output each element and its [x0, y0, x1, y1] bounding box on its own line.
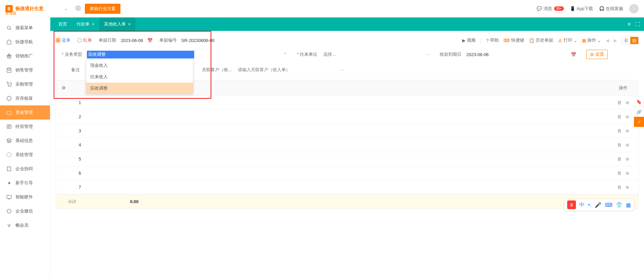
tab-other-income[interactable]: 其他收入单✕ — [99, 17, 136, 31]
chevron-down-icon: ⌄ — [597, 38, 601, 43]
trial-button[interactable]: 体验行业方案 — [85, 4, 120, 14]
copy-icon[interactable]: ⊕ — [626, 128, 629, 133]
sidebar-item-business[interactable]: 经营管理 — [0, 120, 50, 134]
messages-link[interactable]: 💬 消息 99+ — [537, 6, 564, 12]
sidebar-item-wecom[interactable]: 企业微信 — [0, 204, 50, 218]
delete-icon[interactable]: 🗑 — [617, 142, 622, 147]
delete-icon[interactable]: 🗑 — [617, 114, 622, 119]
date-label: 单据日期 — [99, 37, 116, 43]
sidebar-item-quicknav[interactable]: 快捷导航 — [0, 35, 50, 49]
sidebar-item-coop[interactable]: 企业协同 — [0, 162, 50, 176]
box-icon — [6, 95, 12, 101]
prev-icon[interactable]: ◀ — [606, 38, 609, 43]
print-icon: 🖨 — [558, 38, 562, 43]
company-dropdown[interactable]: ⌄ — [59, 5, 71, 12]
tab-payment[interactable]: 付款单✕ — [72, 17, 99, 31]
copy-icon[interactable]: ⊕ — [626, 185, 629, 190]
side-tools: 🔖 🔗 ⤢ — [634, 97, 644, 127]
help-link[interactable]: ?帮助 — [486, 37, 499, 43]
date-value[interactable]: 2023-06-06 — [121, 38, 143, 43]
due-value[interactable]: 2023-06-06 — [466, 52, 567, 57]
delete-icon[interactable]: 🗑 — [617, 156, 622, 161]
ime-mic-icon[interactable]: 🎤 — [595, 202, 601, 208]
expand-tool[interactable]: ⤢ — [634, 117, 644, 127]
sidebar-item-sales[interactable]: 销售管理 — [0, 63, 50, 77]
settings-icon — [6, 152, 12, 158]
sidebar-item-marketing[interactable]: 营销推广 — [0, 49, 50, 63]
svg-rect-8 — [7, 167, 11, 171]
print-link[interactable]: 🖨打印⌄ — [558, 37, 577, 43]
biz-type-input[interactable]: 应收调整 — [87, 51, 194, 58]
sidebar-item-stock[interactable]: 库存核算 — [0, 91, 50, 105]
tab-home[interactable]: 首页 — [54, 17, 72, 31]
app-download-link[interactable]: 📱App下载 — [570, 6, 593, 12]
table-row[interactable]: 1🗑⊕ — [56, 96, 638, 110]
dropdown-option-ar[interactable]: 往来收入 — [86, 71, 193, 83]
sidebar-item-system[interactable]: 系统管理 — [0, 148, 50, 162]
more-icon[interactable]: ⋯ — [425, 52, 430, 57]
copy-icon[interactable]: ⊕ — [626, 100, 629, 105]
ops-link[interactable]: ▦操作⌄ — [582, 37, 601, 43]
next-icon[interactable]: ▶ — [614, 38, 617, 43]
brand-name: 畅捷通好生意 — [15, 6, 44, 12]
sidebar-item-basic[interactable]: 基础信息 — [0, 134, 50, 148]
brand-edition: 标准版 — [5, 11, 16, 16]
sidebar-item-funds[interactable]: 资金管理 — [0, 105, 50, 120]
partner-input[interactable] — [322, 50, 429, 58]
delete-icon[interactable]: 🗑 — [617, 100, 622, 105]
copy-icon[interactable]: ⊕ — [626, 142, 629, 147]
radio-blue[interactable]: 蓝单 — [56, 37, 70, 43]
calendar-icon[interactable]: 📅 — [571, 52, 576, 57]
subtotal-row: 小计 0.00 — [56, 194, 638, 208]
table-settings-icon[interactable]: ⚙ — [56, 85, 71, 90]
copy-icon[interactable]: ⊕ — [626, 114, 629, 119]
ime-skin-icon[interactable]: 👕 — [616, 202, 623, 208]
table-row[interactable]: 4🗑⊕ — [56, 138, 638, 152]
sidebar-item-hardware[interactable]: 智能硬件 — [0, 190, 50, 204]
ime-punct-icon[interactable]: •, — [588, 202, 591, 208]
tab-close-all-icon[interactable]: ✕ — [627, 21, 631, 27]
settings-button[interactable]: ⚙设置 — [586, 50, 608, 59]
assoc-input[interactable] — [236, 66, 344, 74]
video-link[interactable]: ▶视频 — [462, 37, 476, 43]
ime-grid-icon[interactable]: ▦ — [626, 202, 631, 208]
sogou-icon[interactable]: S — [567, 200, 576, 209]
view-list[interactable]: ☰ — [622, 37, 630, 44]
expand-icon[interactable]: ⛶ — [635, 21, 640, 27]
link-tool[interactable]: 🔗 — [634, 107, 644, 117]
copy-icon[interactable]: ⊕ — [626, 156, 629, 161]
table-row[interactable]: 2🗑⊕ — [56, 110, 638, 124]
messages-badge: 99+ — [554, 6, 564, 11]
search-icon — [6, 25, 12, 31]
table-row[interactable]: 6🗑⊕ — [56, 166, 638, 180]
dropdown-option-adjust[interactable]: 应收调整 — [86, 83, 193, 94]
close-icon[interactable]: ✕ — [128, 22, 131, 27]
chevron-down-icon: ⌄ — [574, 38, 577, 43]
delete-icon[interactable]: 🗑 — [617, 171, 622, 176]
copy-icon[interactable]: ⊕ — [626, 171, 629, 176]
dropdown-option-cash[interactable]: 现金收入 — [86, 60, 193, 71]
table-row[interactable]: 7🗑⊕ — [56, 180, 638, 194]
avatar[interactable] — [629, 4, 639, 13]
more-icon[interactable]: ⋯ — [340, 67, 344, 73]
view-card[interactable]: ▤ — [630, 37, 638, 44]
ime-keyboard-icon[interactable]: ⌨ — [605, 202, 612, 208]
support-link[interactable]: 🎧在线客服 — [599, 6, 623, 12]
sidebar-item-search[interactable]: 搜索菜单 — [0, 21, 50, 35]
calendar-icon[interactable]: 📅 — [147, 38, 153, 43]
ime-lang[interactable]: 中 — [579, 201, 585, 208]
close-icon[interactable]: ✕ — [92, 22, 95, 27]
table-row[interactable]: 5🗑⊕ — [56, 152, 638, 166]
sidebar-item-vip[interactable]: V畅会员 — [0, 218, 50, 232]
delete-icon[interactable]: 🗑 — [617, 128, 622, 133]
delete-icon[interactable]: 🗑 — [617, 185, 622, 190]
radio-red[interactable]: 红单 — [77, 37, 92, 43]
sidebar-item-guide[interactable]: ✦新手引导 — [0, 176, 50, 190]
chevron-up-icon[interactable]: ⌃ — [283, 52, 287, 57]
history-link[interactable]: 📋历史单据 — [529, 37, 553, 43]
gear-icon[interactable] — [75, 5, 81, 12]
tag-tool[interactable]: 🔖 — [634, 97, 644, 107]
sidebar-item-purchase[interactable]: 采购管理 — [0, 77, 50, 91]
table-row[interactable]: 3🗑⊕ — [56, 124, 638, 138]
hotkey-link[interactable]: ⌨快捷键 — [503, 37, 524, 43]
